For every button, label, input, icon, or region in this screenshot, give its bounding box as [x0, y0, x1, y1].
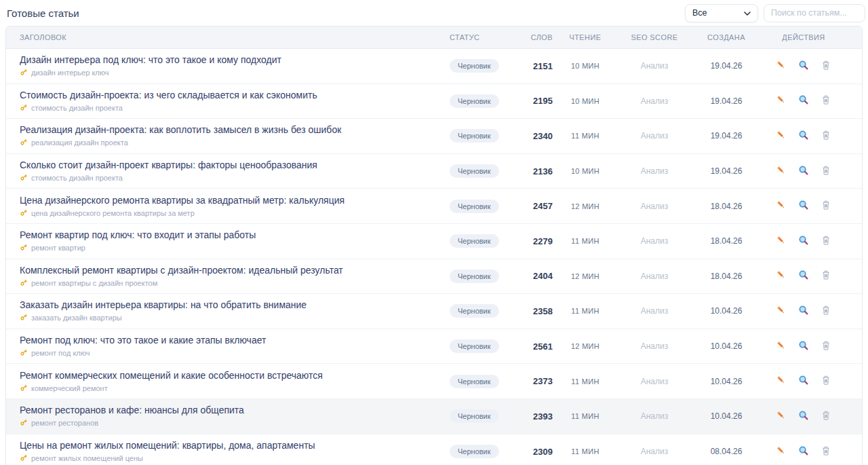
delete-button[interactable]	[819, 128, 833, 144]
view-button[interactable]	[797, 373, 810, 389]
article-title[interactable]: Цены на ремонт жилых помещений: квартиры…	[20, 440, 443, 451]
trash-icon	[821, 375, 831, 388]
trash-icon	[821, 305, 831, 318]
seo-score: Анализ	[615, 236, 694, 246]
magnifier-icon	[798, 130, 809, 143]
view-button[interactable]	[797, 339, 810, 354]
delete-button[interactable]	[819, 93, 833, 109]
created-date: 19.04.26	[694, 61, 759, 71]
edit-button[interactable]	[774, 164, 788, 179]
edit-button[interactable]	[774, 58, 788, 74]
view-button[interactable]	[797, 58, 810, 74]
edit-button[interactable]	[774, 373, 788, 389]
delete-button[interactable]	[819, 58, 833, 74]
actions-cell	[759, 373, 848, 389]
article-title[interactable]: Цена дизайнерского ремонта квартиры за к…	[20, 195, 443, 206]
key-icon	[20, 173, 28, 183]
status-badge: Черновик	[450, 375, 499, 388]
pencil-icon	[776, 94, 787, 107]
edit-button[interactable]	[774, 234, 788, 249]
seo-score: Анализ	[615, 411, 694, 421]
edit-button[interactable]	[774, 198, 788, 214]
title-cell: Цены на ремонт жилых помещений: квартиры…	[20, 440, 450, 463]
article-keyword: ремонт жилых помещений цены	[20, 453, 443, 463]
status-badge: Черновик	[450, 94, 499, 108]
seo-score: Анализ	[615, 96, 694, 106]
edit-button[interactable]	[774, 339, 788, 354]
delete-button[interactable]	[819, 198, 833, 214]
article-title[interactable]: Дизайн интерьера под ключ: что это такое…	[20, 54, 443, 65]
pencil-icon	[776, 445, 787, 458]
filter-select[interactable]: Все	[685, 4, 758, 22]
reading-time: 10 мин	[555, 97, 615, 105]
search-input[interactable]	[764, 4, 865, 22]
delete-button[interactable]	[819, 303, 833, 319]
status-cell: Черновик	[450, 59, 520, 73]
edit-button[interactable]	[774, 128, 788, 144]
pencil-icon	[776, 235, 787, 248]
column-header-title: ЗАГОЛОВОК	[20, 33, 450, 41]
delete-button[interactable]	[819, 444, 833, 460]
magnifier-icon	[798, 200, 809, 212]
article-keyword-label: ремонт квартир	[31, 244, 85, 252]
column-header-status: СТАТУС	[450, 33, 520, 41]
view-button[interactable]	[797, 303, 810, 319]
view-button[interactable]	[797, 128, 810, 144]
title-cell: Реализация дизайн-проекта: как воплотить…	[20, 124, 450, 147]
table-body: Дизайн интерьера под ключ: что это такое…	[6, 49, 862, 465]
word-count: 2457	[520, 201, 555, 211]
article-keyword-label: цена дизайнерского ремонта квартиры за м…	[31, 209, 195, 217]
status-cell: Черновик	[450, 339, 520, 353]
article-title[interactable]: Реализация дизайн-проекта: как воплотить…	[20, 124, 443, 135]
view-button[interactable]	[797, 198, 810, 214]
article-title[interactable]: Ремонт коммерческих помещений и какие ос…	[20, 370, 443, 381]
article-title[interactable]: Ремонт квартир под ключ: что входит и эт…	[20, 229, 443, 240]
edit-button[interactable]	[774, 303, 788, 319]
view-button[interactable]	[797, 268, 810, 284]
key-icon	[20, 68, 28, 77]
created-date: 19.04.26	[694, 131, 759, 141]
delete-button[interactable]	[819, 339, 833, 354]
edit-button[interactable]	[774, 409, 788, 424]
view-button[interactable]	[797, 164, 810, 179]
view-button[interactable]	[797, 409, 810, 424]
edit-button[interactable]	[774, 268, 788, 284]
edit-button[interactable]	[774, 444, 788, 460]
actions-cell	[759, 444, 848, 460]
delete-button[interactable]	[819, 409, 833, 424]
key-icon	[20, 138, 28, 147]
created-date: 10.04.26	[694, 306, 759, 316]
key-icon	[20, 418, 28, 428]
article-keyword-label: заказать дизайн квартиры	[31, 314, 122, 322]
trash-icon	[821, 235, 831, 248]
seo-score: Анализ	[615, 131, 694, 141]
article-title[interactable]: Стоимость дизайн-проекта: из чего склады…	[20, 90, 443, 100]
magnifier-icon	[798, 165, 809, 178]
article-keyword-label: реализация дизайн проекта	[31, 138, 128, 147]
edit-button[interactable]	[774, 93, 788, 109]
article-title[interactable]: Заказать дизайн интерьера квартиры: на ч…	[20, 299, 443, 310]
column-header-actions: ДЕЙСТВИЯ	[759, 33, 848, 41]
article-title[interactable]: Комплексный ремонт квартиры с дизайн-про…	[20, 265, 443, 276]
article-title[interactable]: Сколько стоит дизайн-проект квартиры: фа…	[20, 160, 443, 170]
delete-button[interactable]	[819, 234, 833, 249]
status-badge: Черновик	[450, 164, 499, 178]
pencil-icon	[776, 200, 787, 212]
status-cell: Черновик	[450, 269, 520, 283]
created-date: 19.04.26	[694, 96, 759, 106]
actions-cell	[759, 234, 848, 249]
view-button[interactable]	[797, 234, 810, 249]
word-count: 2136	[520, 166, 555, 176]
trash-icon	[821, 94, 831, 107]
view-button[interactable]	[797, 93, 810, 109]
delete-button[interactable]	[819, 373, 833, 389]
view-button[interactable]	[797, 444, 810, 460]
title-cell: Цена дизайнерского ремонта квартиры за к…	[20, 195, 450, 218]
article-title[interactable]: Ремонт под ключ: что это такое и какие э…	[20, 335, 443, 346]
title-cell: Дизайн интерьера под ключ: что это такое…	[20, 54, 450, 77]
article-title[interactable]: Ремонт ресторанов и кафе: нюансы для общ…	[20, 405, 443, 415]
delete-button[interactable]	[819, 268, 833, 284]
reading-time: 10 мин	[555, 167, 615, 175]
reading-time: 10 мин	[555, 62, 615, 70]
delete-button[interactable]	[819, 164, 833, 179]
